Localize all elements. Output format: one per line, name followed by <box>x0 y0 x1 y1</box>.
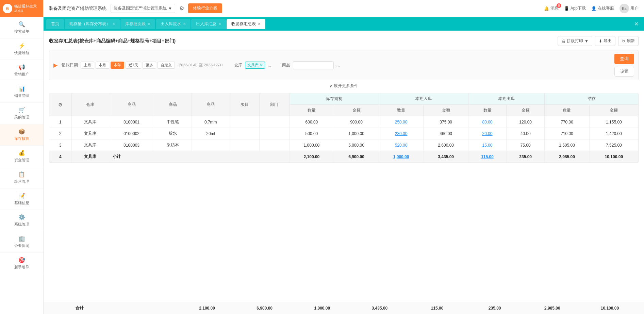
expand-label: 展开更多条件 <box>334 83 358 89</box>
expand-more-btn[interactable]: ∨ 展开更多条件 <box>329 83 358 89</box>
sidebar-label-inventory: 库存核算 <box>14 136 29 141</box>
tab-receive-summary[interactable]: 收发存汇总表 ✕ <box>227 19 265 29</box>
subtotal-in-qty[interactable]: 1,000.00 <box>379 151 424 163</box>
footer-out-qty: 115.00 <box>409 306 466 311</box>
row3-in-qty[interactable]: 520.00 <box>379 139 424 151</box>
warehouse-tag-close[interactable]: ✕ <box>260 63 263 67</box>
bell-icon: 🔔 <box>544 6 549 11</box>
col-open-qty-header: 数量 <box>289 105 334 116</box>
sidebar-item-search[interactable]: 🔍 搜索菜单 <box>0 17 43 38</box>
warehouse-more[interactable]: ... <box>268 63 271 68</box>
row1-in-qty[interactable]: 250.00 <box>379 116 424 128</box>
subtotal-open-qty: 2,100.00 <box>289 151 334 163</box>
subtotal-warehouse: 文具库 <box>71 151 109 163</box>
row3-open-amt: 5,000.00 <box>334 139 379 151</box>
date-btn-last-month[interactable]: 上月 <box>81 62 94 69</box>
row2-seq: 2 <box>49 128 71 139</box>
row1-out-qty[interactable]: 80.00 <box>468 116 506 128</box>
sidebar-label-purchase: 采购管理 <box>14 115 29 120</box>
sidebar-item-marketing[interactable]: 📢 营销推广 <box>0 60 43 81</box>
sidebar-item-basic[interactable]: 📝 基础信息 <box>0 188 43 210</box>
tab-label-inventory-dist: 现存量（库存分布表） <box>69 21 110 27</box>
col-bal-amt-header: 金额 <box>589 105 638 116</box>
row2-open-qty: 500.00 <box>289 128 334 139</box>
tab-label-batch: 库存批次账 <box>125 21 146 27</box>
sidebar-item-finance[interactable]: 💰 资金管理 <box>0 146 43 167</box>
row2-in-qty[interactable]: 230.00 <box>379 128 424 139</box>
messages-item[interactable]: 🔔 消息 6 <box>544 5 559 11</box>
date-range-display: 2023-01-01 至 2023-12-31 <box>179 63 223 68</box>
sidebar-item-enterprise[interactable]: 🏢 企业协同 <box>0 231 43 253</box>
date-btn-this-month[interactable]: 本月 <box>96 62 109 69</box>
tab-close-inout-summary[interactable]: ✕ <box>218 22 221 26</box>
row2-code: 0100002 <box>109 128 154 139</box>
app-download-label: App下载 <box>571 5 586 11</box>
sidebar-item-quick-nav[interactable]: ⚡ 快捷导航 <box>0 38 43 60</box>
filter-collapse-btn[interactable]: ▶ <box>53 62 57 68</box>
tab-close-inventory-dist[interactable]: ✕ <box>112 22 115 26</box>
operation-icon: 📋 <box>18 171 25 178</box>
refresh-btn[interactable]: ↻ 刷新 <box>618 36 639 46</box>
user-label: 用户 <box>630 5 639 11</box>
tab-inventory-dist[interactable]: 现存量（库存分布表） ✕ <box>65 19 120 29</box>
settings-button[interactable]: 设置 <box>614 67 634 77</box>
row3-out-amt: 75.00 <box>507 139 545 151</box>
row3-dept <box>260 139 289 151</box>
goods-filter-input[interactable] <box>293 61 334 69</box>
subtotal-out-qty[interactable]: 115.00 <box>468 151 506 163</box>
warehouse-tag[interactable]: 文具库 ✕ <box>245 62 265 69</box>
sidebar-label-system: 系统管理 <box>14 222 29 227</box>
logo-sub: 标准版 <box>14 9 37 13</box>
online-service-item[interactable]: 👤 在线客服 <box>591 5 614 11</box>
sidebar-item-purchase[interactable]: 🛒 采购管理 <box>0 103 43 124</box>
date-btn-custom[interactable]: 自定义 <box>158 62 175 69</box>
row2-out-qty[interactable]: 20.00 <box>468 128 506 139</box>
date-btn-more[interactable]: 更多 <box>143 62 156 69</box>
footer-open-qty: 2,100.00 <box>178 306 236 311</box>
sidebar-label-search: 搜索菜单 <box>14 29 29 34</box>
print-btn[interactable]: 🖨 拼板打印 ▼ <box>558 36 592 46</box>
search-icon: 🔍 <box>18 21 25 28</box>
marketing-icon: 📢 <box>18 64 25 70</box>
col-code-header: 商品 <box>109 93 154 116</box>
row3-in-amt: 2,600.00 <box>424 139 468 151</box>
tab-close-all[interactable]: ✕ <box>631 21 641 27</box>
row3-out-qty[interactable]: 15.00 <box>468 139 506 151</box>
user-item[interactable]: Ea 用户 <box>620 4 639 13</box>
col-in-header: 本期入库 <box>379 93 468 105</box>
row2-warehouse: 文具库 <box>71 128 109 139</box>
purchase-icon: 🛒 <box>18 107 25 113</box>
page-inner: 收发存汇总表(按仓库+商品编码+商品+规格型号+项目+部门) 🖨 拼板打印 ▼ … <box>44 31 644 302</box>
query-button[interactable]: 查询 <box>614 54 634 64</box>
row2-dept <box>260 128 289 139</box>
system-select[interactable]: 装备及固定资产辅助管理系统 ▼ <box>111 4 175 13</box>
sidebar-item-system[interactable]: ⚙️ 系统管理 <box>0 210 43 231</box>
sidebar-item-sales[interactable]: 📊 销售管理 <box>0 81 43 103</box>
tab-label-inout-summary: 出入库汇总 <box>196 21 216 27</box>
tab-close-batch[interactable]: ✕ <box>148 22 150 26</box>
gear-icon[interactable]: ⚙ <box>179 5 184 12</box>
chevron-down-icon: ▼ <box>168 6 172 11</box>
tab-inout-flow[interactable]: 出入库流水 ✕ <box>156 19 191 29</box>
tab-home[interactable]: 首页 <box>46 19 64 29</box>
tab-inout-summary[interactable]: 出入库汇总 ✕ <box>191 19 226 29</box>
sidebar-item-inventory[interactable]: 📦 库存核算 <box>0 124 43 146</box>
col-settings-header[interactable]: ⚙ <box>49 93 71 116</box>
footer-cells: 合计 2,100.00 6,900.00 1,000.00 3,435.00 1… <box>49 305 639 311</box>
sidebar-item-operation[interactable]: 📋 经营管理 <box>0 167 43 188</box>
app-download-item[interactable]: 📱 App下载 <box>564 5 586 11</box>
experience-btn[interactable]: 体验行业方案 <box>188 3 222 13</box>
col-out-amt-header: 金额 <box>507 105 545 116</box>
date-btn-this-year[interactable]: 本年 <box>111 62 124 69</box>
goods-more[interactable]: ... <box>336 63 340 68</box>
goods-filter-label: 商品 <box>282 62 290 68</box>
table-settings-icon[interactable]: ⚙ <box>58 102 63 108</box>
row2-project <box>230 128 259 139</box>
tab-close-inout-flow[interactable]: ✕ <box>183 22 186 26</box>
sidebar-item-guide[interactable]: 🎯 新手引导 <box>0 253 43 274</box>
tab-close-receive-summary[interactable]: ✕ <box>258 22 261 26</box>
date-btn-7days[interactable]: 近7天 <box>126 62 141 69</box>
tab-label-home: 首页 <box>51 21 59 27</box>
tab-batch[interactable]: 库存批次账 ✕ <box>120 19 155 29</box>
export-btn[interactable]: ⬇ 导出 <box>595 36 615 46</box>
